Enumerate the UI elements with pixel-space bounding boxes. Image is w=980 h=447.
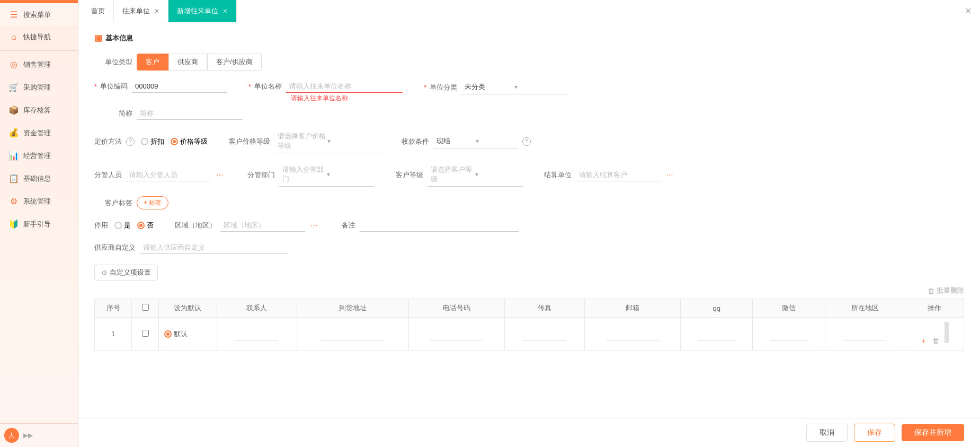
contact-input[interactable] xyxy=(236,328,278,340)
remarks-label: 备注 xyxy=(342,221,358,230)
sidebar-item-search[interactable]: ☰ 搜索菜单 xyxy=(0,3,78,26)
cell-checkbox[interactable] xyxy=(132,318,159,350)
unit-code-input[interactable] xyxy=(132,80,227,93)
short-name-row: 简称 xyxy=(94,107,964,120)
payment-terms-help-icon[interactable]: ? xyxy=(522,137,531,146)
customer-tag-label: 客户标签 xyxy=(94,198,137,208)
col-fax: 传真 xyxy=(504,299,584,318)
sidebar-item-inventory[interactable]: 📦 库存核算 xyxy=(0,99,78,121)
sidebar-item-basic-info[interactable]: 📋 基础信息 xyxy=(0,167,78,190)
phone-input[interactable] xyxy=(430,328,483,340)
sidebar: ☰ 搜索菜单 ⌂ 快捷导航 ◎ 销售管理 🛒 采购管理 📦 库存核算 💰 资金管… xyxy=(0,0,78,447)
radio-yes[interactable]: 是 xyxy=(114,221,131,230)
custom-settings-label: 自定义项设置 xyxy=(110,268,151,277)
radio-price-level[interactable]: 价格等级 xyxy=(171,137,208,146)
region-more-btn[interactable]: ··· xyxy=(307,221,320,230)
pricing-row: 定价方法 ? 折扣 价格等级 客户价格等级 xyxy=(94,129,964,153)
cell-fax[interactable] xyxy=(504,318,584,350)
unit-name-input[interactable] xyxy=(286,80,403,93)
batch-delete-btn[interactable]: 🗑 批量删除 xyxy=(94,286,964,295)
close-new-counterparty-icon[interactable]: ✕ xyxy=(222,7,228,15)
sidebar-item-finance[interactable]: 💰 资金管理 xyxy=(0,121,78,144)
cell-region[interactable] xyxy=(825,318,905,350)
close-all-tabs[interactable]: ✕ xyxy=(960,4,976,18)
sidebar-item-sales[interactable]: ◎ 销售管理 xyxy=(0,53,78,76)
manager-more-btn[interactable]: ··· xyxy=(213,170,226,180)
col-wechat: 微信 xyxy=(753,299,825,318)
tab-home[interactable]: 首页 xyxy=(83,0,114,22)
radio-no-dot xyxy=(139,224,142,227)
unit-code-block: * 单位编码 xyxy=(94,80,227,93)
email-input[interactable] xyxy=(606,328,659,340)
unit-btn-supplier[interactable]: 供应商 xyxy=(168,54,207,71)
batch-delete-icon: 🗑 xyxy=(928,287,934,295)
cell-address[interactable] xyxy=(297,318,408,350)
settlement-unit-more-btn[interactable]: ··· xyxy=(663,170,676,180)
cell-action: ＋ 🗑 xyxy=(905,318,964,350)
supplier-custom-input[interactable] xyxy=(140,241,288,254)
cell-contact[interactable] xyxy=(217,318,297,350)
pricing-method-help-icon[interactable]: ? xyxy=(126,137,135,146)
customer-level-block: 客户等级 请选择客户等级 ▾ xyxy=(396,163,523,187)
radio-discount[interactable]: 折扣 xyxy=(141,137,164,146)
add-row-btn[interactable]: ＋ xyxy=(920,337,927,345)
region-input[interactable] xyxy=(220,219,305,232)
drag-handle[interactable] xyxy=(945,322,949,343)
remarks-input[interactable] xyxy=(360,219,519,232)
tab-new-counterparty[interactable]: 新增往来单位 ✕ xyxy=(168,0,237,22)
fax-input[interactable] xyxy=(523,328,566,340)
sidebar-item-guide[interactable]: 🔰 新手引导 xyxy=(0,213,78,235)
customer-price-level-select[interactable]: 请选择客户价格等级 ▾ xyxy=(274,129,380,153)
pricing-method-block: 定价方法 ? 折扣 价格等级 xyxy=(94,137,208,146)
sidebar-item-operations[interactable]: 📊 经营管理 xyxy=(0,144,78,167)
tab-home-label: 首页 xyxy=(91,6,105,16)
sidebar-item-purchase[interactable]: 🛒 采购管理 xyxy=(0,76,78,99)
cell-phone[interactable] xyxy=(408,318,504,350)
finance-icon: 💰 xyxy=(8,128,19,138)
department-select[interactable]: 请输入分管部门 ▾ xyxy=(279,163,375,187)
department-block: 分管部门 请输入分管部门 ▾ xyxy=(247,163,375,187)
sidebar-item-quick-nav[interactable]: ⌂ 快捷导航 xyxy=(0,26,78,48)
radio-yes-circle xyxy=(114,222,122,229)
save-button[interactable]: 保存 xyxy=(854,424,895,442)
cell-qq[interactable] xyxy=(681,318,753,350)
add-tag-button[interactable]: + 标签 xyxy=(137,196,168,209)
custom-settings-button[interactable]: ⚙ 自定义项设置 xyxy=(94,265,158,281)
short-name-input[interactable] xyxy=(137,107,243,120)
col-address: 到货地址 xyxy=(297,299,408,318)
cell-wechat[interactable] xyxy=(753,318,825,350)
address-input[interactable] xyxy=(321,328,385,340)
col-region: 所在地区 xyxy=(825,299,905,318)
customer-level-select[interactable]: 请选择客户等级 ▾ xyxy=(427,163,523,187)
wechat-input[interactable] xyxy=(770,328,807,340)
radio-default[interactable]: 默认 xyxy=(164,329,211,339)
payment-terms-value: 现结 xyxy=(436,136,476,146)
qq-input[interactable] xyxy=(698,328,735,340)
col-phone: 电话号码 xyxy=(408,299,504,318)
select-all-checkbox[interactable] xyxy=(142,304,149,311)
col-checkbox xyxy=(132,299,159,318)
operations-icon: 📊 xyxy=(8,151,19,161)
cell-email[interactable] xyxy=(585,318,681,350)
payment-terms-select[interactable]: 现结 ▾ xyxy=(433,134,518,148)
sidebar-item-system[interactable]: ⚙ 系统管理 xyxy=(0,190,78,213)
unit-category-select[interactable]: 未分类 ▾ xyxy=(461,80,567,94)
tab-bar: 首页 往来单位 ✕ 新增往来单位 ✕ ✕ xyxy=(78,0,980,22)
unit-name-required-star: * xyxy=(248,83,251,91)
user-avatar[interactable]: 人 xyxy=(4,428,19,443)
close-counterparty-icon[interactable]: ✕ xyxy=(154,7,159,15)
row-region-input[interactable] xyxy=(844,328,886,340)
customer-level-label: 客户等级 xyxy=(396,170,425,180)
tab-counterparty[interactable]: 往来单位 ✕ xyxy=(114,0,168,22)
radio-yes-label: 是 xyxy=(124,221,131,230)
delete-row-btn[interactable]: 🗑 xyxy=(932,337,939,345)
save-and-new-button[interactable]: 保存并新增 xyxy=(902,424,964,441)
manager-block: 分管人员 ··· xyxy=(94,169,226,181)
row-checkbox[interactable] xyxy=(142,330,149,337)
unit-btn-both[interactable]: 客户/供应商 xyxy=(207,54,262,71)
cancel-button[interactable]: 取消 xyxy=(806,424,848,442)
radio-no[interactable]: 否 xyxy=(137,221,154,230)
settlement-unit-input[interactable] xyxy=(576,169,661,181)
unit-btn-customer[interactable]: 客户 xyxy=(137,54,168,71)
manager-input[interactable] xyxy=(126,169,211,181)
